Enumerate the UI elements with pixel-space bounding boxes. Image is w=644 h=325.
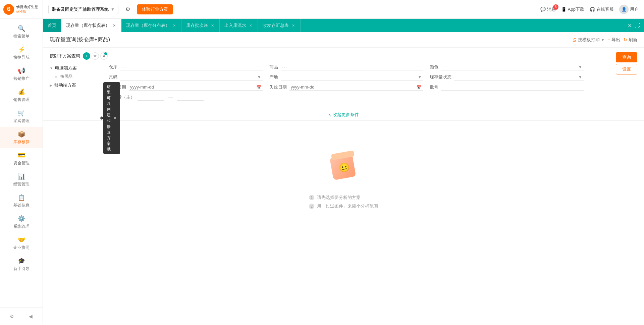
sidebar-item-label: 经营管理 xyxy=(13,181,30,187)
header-settings-btn[interactable]: ⚙ xyxy=(122,4,133,15)
purchase-icon: 🛒 xyxy=(18,109,25,117)
tab-home-label: 首页 xyxy=(48,22,56,29)
warehouse-input[interactable]: ··· xyxy=(120,64,263,70)
tab-close-receive-summary[interactable]: ✕ xyxy=(291,23,296,28)
color-input-field[interactable] xyxy=(442,64,578,69)
industry-btn[interactable]: 体验行业方案 xyxy=(137,4,173,14)
sidebar-bottom: ⚙ ◀ xyxy=(0,307,43,325)
batch-no-input[interactable] xyxy=(441,84,584,91)
tab-inventory-status[interactable]: 现存量（库存状况表） ✕ xyxy=(61,19,121,32)
size-input-field[interactable] xyxy=(121,74,257,79)
print-dropdown-icon: ▼ xyxy=(601,38,605,42)
tab-expand-icon[interactable]: ⛶ xyxy=(635,22,640,29)
expiry-date-field[interactable] xyxy=(291,85,416,90)
online-service-label: 在线客服 xyxy=(596,6,614,12)
origin-input-field[interactable] xyxy=(282,74,418,79)
stock-qty-to-field[interactable] xyxy=(178,95,202,100)
refresh-btn[interactable]: ↻ 刷新 xyxy=(624,37,637,43)
filter-btns: + ✏ « xyxy=(83,52,108,60)
filter-row-3: 生产日期 📅 失效日期 📅 xyxy=(109,84,584,91)
sidebar-item-finance[interactable]: 💳 资金管理 xyxy=(0,148,43,169)
business-icon: 📊 xyxy=(18,173,25,180)
stock-status-input-field[interactable] xyxy=(455,74,578,79)
notification-btn[interactable]: 💬 6 消息 xyxy=(540,6,556,12)
stock-qty-to[interactable] xyxy=(177,94,204,101)
size-dropdown-icon: ▼ xyxy=(257,75,261,79)
scheme-mobile[interactable]: ▶ 移动端方案 xyxy=(50,81,99,90)
stock-status-input[interactable]: ▼ xyxy=(454,74,584,80)
empty-state: 😐 1 请先选择要分析的方案 2 用「过滤条件」来缩小分析范围 xyxy=(43,121,644,237)
filter-edit-btn[interactable]: ✏ xyxy=(92,52,99,60)
empty-num-2: 2 xyxy=(309,204,314,209)
size-input[interactable]: ▼ xyxy=(120,74,263,80)
empty-step-2-text: 用「过滤条件」来缩小分析范围 xyxy=(317,202,378,211)
tooltip-close-2[interactable]: ✕ xyxy=(113,116,117,120)
tab-inventory-dist[interactable]: 现存量（库存分布表） ✕ xyxy=(121,19,181,32)
filter-section: 按以下方案查询 + ✏ « ▼ 电脑端方案 xyxy=(43,48,644,109)
stock-qty-sep: — xyxy=(168,95,173,100)
system-selector[interactable]: 装备及固定资产辅助管理系统 ▼ xyxy=(48,5,118,14)
export-btn[interactable]: ↑ 导出 xyxy=(608,37,621,43)
sidebar-item-system[interactable]: ⚙️ 系统管理 xyxy=(0,212,43,233)
stock-qty-from[interactable] xyxy=(138,94,164,101)
sidebar-item-guide[interactable]: 🎓 新手引导 xyxy=(0,254,43,275)
calendar-icon-1[interactable]: 📅 xyxy=(256,85,261,90)
sidebar-logo: 6 畅捷通好生意 标准版 xyxy=(0,0,43,19)
tab-home[interactable]: 首页 xyxy=(43,19,61,32)
setting-btn[interactable]: 设置 xyxy=(616,64,637,74)
sidebar-item-business[interactable]: 📊 经营管理 xyxy=(0,169,43,191)
logo-icon: 6 xyxy=(3,4,14,15)
sidebar-item-label: 销售管理 xyxy=(13,97,30,103)
finance-icon: 💳 xyxy=(18,152,25,159)
expiry-date-input[interactable]: 📅 xyxy=(289,84,423,91)
query-btn[interactable]: 查询 xyxy=(616,52,637,62)
sidebar-item-base[interactable]: 📋 基础信息 xyxy=(0,191,43,212)
batch-no-field[interactable] xyxy=(442,85,582,90)
sidebar-item-sales[interactable]: 💰 销售管理 xyxy=(0,85,43,106)
scheme-desktop[interactable]: ▼ 电脑端方案 xyxy=(50,64,99,72)
filter-batch-no: 批号 xyxy=(430,84,584,91)
tab-close-inventory-dist[interactable]: ✕ xyxy=(172,23,176,28)
sidebar-item-label: 营销推广 xyxy=(13,76,30,82)
tab-close-inventory-status[interactable]: ✕ xyxy=(112,23,116,28)
sidebar-item-label: 新手引导 xyxy=(13,266,30,272)
sidebar-nav: 🔍 搜索菜单 ⚡ 快捷导航 📢 营销推广 💰 销售管理 🛒 采购管理 📦 库存核… xyxy=(0,19,43,307)
sidebar-collapse-btn[interactable]: ◀ xyxy=(26,312,35,321)
color-input[interactable]: ▼ xyxy=(441,64,584,70)
online-service-btn[interactable]: 🎧 在线客服 xyxy=(590,6,614,12)
filter-add-btn[interactable]: + xyxy=(83,52,90,60)
tab-batch-ledger[interactable]: 库存批次账 ✕ xyxy=(181,19,220,32)
main-area: 装备及固定资产辅助管理系统 ▼ ⚙ 体验行业方案 💬 6 消息 📱 App下载 … xyxy=(43,0,644,325)
sidebar-item-quick[interactable]: ⚡ 快捷导航 xyxy=(0,43,43,64)
filter-origin: 产地 ▼ xyxy=(269,74,423,80)
tab-receive-summary[interactable]: 收发存汇总表 ✕ xyxy=(258,19,301,32)
sidebar-item-inventory[interactable]: 📦 库存核算 xyxy=(0,127,43,148)
user-menu[interactable]: 👤 用户 xyxy=(619,5,639,14)
filter-color: 颜色 ▼ xyxy=(430,64,584,70)
production-date-input[interactable]: 📅 xyxy=(129,84,263,91)
origin-input[interactable]: ▼ xyxy=(281,74,423,80)
scheme-child-item[interactable]: 按照品 xyxy=(55,72,99,81)
active-indicator-dot xyxy=(104,52,107,55)
calendar-icon-2[interactable]: 📅 xyxy=(417,85,422,90)
sidebar-settings-btn[interactable]: ⚙ xyxy=(7,312,17,321)
goods-input[interactable]: ··· xyxy=(281,64,423,70)
goods-label: 商品 xyxy=(269,64,278,70)
stock-qty-from-field[interactable] xyxy=(139,95,163,100)
tab-in-out-flow[interactable]: 出入库流水 ✕ xyxy=(220,19,258,32)
tab-close-batch-ledger[interactable]: ✕ xyxy=(210,23,215,28)
sidebar-item-marketing[interactable]: 📢 营销推广 xyxy=(0,64,43,85)
tab-close-in-out-flow[interactable]: ✕ xyxy=(248,23,253,28)
sidebar-item-purchase[interactable]: 🛒 采购管理 xyxy=(0,106,43,127)
sidebar-item-search[interactable]: 🔍 搜索菜单 xyxy=(0,21,43,43)
print-btn[interactable]: 🖨 按模板打印 ▼ xyxy=(572,37,605,43)
tab-close-all-icon[interactable]: ✕ xyxy=(628,22,632,29)
app-download-btn[interactable]: 📱 App下载 xyxy=(561,6,584,12)
base-icon: 📋 xyxy=(18,194,25,201)
expiry-date-label: 失效日期 xyxy=(269,84,287,90)
sidebar-item-enterprise[interactable]: 🤝 企业协同 xyxy=(0,233,43,254)
filter-goods: 商品 ··· xyxy=(269,64,423,70)
production-date-field[interactable] xyxy=(130,85,255,90)
collapse-row[interactable]: ∧ 收起更多条件 xyxy=(43,109,644,121)
filter-fields: 仓库 ··· 商品 ··· xyxy=(103,64,637,104)
